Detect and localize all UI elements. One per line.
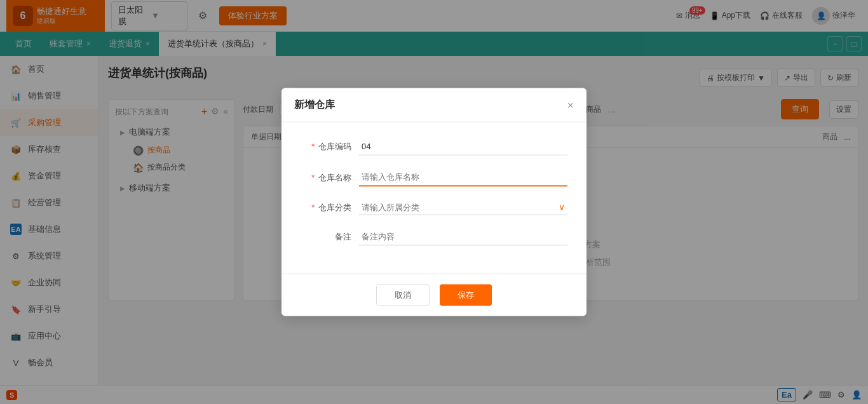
category-label: * 仓库分类 — [301, 201, 351, 213]
new-warehouse-modal: 新增仓库 × * 仓库编码 * 仓库名称 * 仓库分类 — [281, 88, 587, 316]
cancel-button[interactable]: 取消 — [376, 285, 430, 306]
category-required: * — [311, 202, 315, 212]
form-row-code: * 仓库编码 — [301, 138, 567, 156]
modal-title: 新增仓库 — [294, 98, 335, 112]
note-label: 备注 — [301, 231, 351, 243]
category-arrow-icon: ∨ — [559, 202, 565, 212]
name-required: * — [311, 172, 315, 182]
form-row-category: * 仓库分类 ∨ — [301, 199, 567, 215]
modal-header: 新增仓库 × — [281, 88, 587, 123]
category-input[interactable] — [362, 202, 559, 212]
code-required: * — [311, 142, 315, 151]
form-row-note: 备注 — [301, 228, 567, 246]
form-row-name: * 仓库名称 — [301, 168, 567, 187]
note-input[interactable] — [359, 228, 567, 246]
modal-close-btn[interactable]: × — [567, 99, 574, 111]
name-label: * 仓库名称 — [301, 172, 351, 183]
category-select[interactable]: ∨ — [359, 199, 567, 215]
save-button[interactable]: 保存 — [440, 285, 492, 306]
code-input[interactable] — [359, 138, 567, 156]
code-label: * 仓库编码 — [301, 141, 351, 152]
modal-footer: 取消 保存 — [281, 274, 587, 316]
modal-body: * 仓库编码 * 仓库名称 * 仓库分类 ∨ — [281, 123, 587, 274]
name-input[interactable] — [359, 168, 567, 187]
